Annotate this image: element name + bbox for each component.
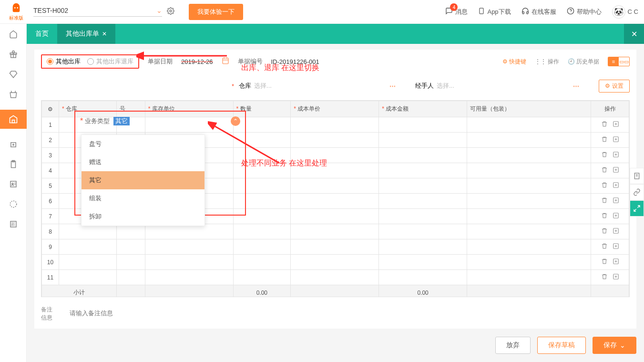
dd-option-0[interactable]: 盘亏 (82, 135, 204, 153)
list-view-icon: ≡ (608, 57, 619, 66)
subtotal-amount: 0.00 (379, 285, 467, 298)
tab-home-label: 首页 (35, 30, 49, 38)
delete-row-icon[interactable] (601, 182, 608, 190)
row-index: 10 (42, 255, 59, 270)
table-row[interactable]: 8 (42, 224, 629, 239)
add-row-icon[interactable] (613, 197, 619, 205)
add-row-icon[interactable] (613, 212, 619, 220)
phone-icon (478, 7, 485, 16)
top-header: 标准版 TEST-H002 ⌄ 我要体验一下 消息 4 App下载 在线客服 帮… (0, 0, 644, 24)
delete-row-icon[interactable] (601, 121, 608, 129)
close-all-tabs[interactable]: ✕ (624, 24, 644, 44)
nav-bag-icon[interactable] (9, 90, 18, 99)
view-toggle[interactable]: ≡ ▭▭ (608, 57, 630, 66)
float-note-icon[interactable] (630, 168, 644, 184)
history-link[interactable]: 🕘 历史单据 (568, 58, 599, 66)
experience-button[interactable]: 我要体验一下 (189, 4, 243, 20)
remarks-input[interactable] (66, 306, 630, 321)
add-row-icon[interactable] (613, 166, 619, 175)
dd-option-1[interactable]: 赠送 (82, 153, 204, 171)
warehouse-label: 仓库 (239, 82, 251, 90)
date-label: 单据日期 (148, 57, 173, 66)
add-row-icon[interactable] (613, 182, 619, 190)
nav-gift-icon[interactable] (9, 50, 18, 59)
radio-out[interactable]: 其他出库 (47, 57, 81, 66)
nav-contact-icon[interactable] (9, 179, 18, 189)
close-icon[interactable]: ✕ (102, 31, 107, 37)
dd-option-4[interactable]: 拆卸 (82, 207, 204, 226)
nav-warehouse-icon[interactable] (0, 110, 27, 129)
add-row-icon[interactable] (613, 121, 619, 129)
warehouse-placeholder: 选择... (254, 82, 272, 90)
store-selector[interactable]: TEST-H002 ⌄ (33, 7, 162, 17)
config-button[interactable]: ⚙ 设置 (599, 80, 630, 93)
nav-home-icon[interactable] (9, 30, 18, 39)
service-link[interactable]: 在线客服 (521, 7, 556, 16)
operate-link[interactable]: ⋮⋮ 操作 (535, 58, 559, 66)
table-row[interactable]: 9 (42, 239, 629, 255)
nav-diamond-icon[interactable] (9, 70, 18, 79)
tab-other-out[interactable]: 其他出库单 ✕ (57, 24, 115, 44)
app-download-link[interactable]: App下载 (478, 7, 511, 16)
warehouse-more-icon[interactable]: ⋯ (389, 83, 396, 90)
delete-row-icon[interactable] (601, 136, 608, 144)
message-link[interactable]: 消息 4 (445, 7, 468, 16)
table-row[interactable]: 10 (42, 255, 629, 270)
delete-row-icon[interactable] (601, 212, 608, 220)
th-no: 号 (116, 101, 145, 117)
discard-button[interactable]: 放弃 (495, 337, 531, 354)
delete-row-icon[interactable] (601, 197, 608, 205)
date-value[interactable]: 2019-12-26 (181, 58, 213, 65)
radio-dot-on-icon (47, 58, 53, 65)
subtotal-qty: 0.00 (233, 285, 291, 298)
docno-value: ID-20191226-001 (271, 58, 319, 65)
delete-row-icon[interactable] (601, 243, 608, 251)
hotkey-link[interactable]: ⚙ 快捷键 (502, 58, 526, 66)
dd-option-2[interactable]: 其它 (82, 171, 204, 189)
handler-more-icon[interactable]: ⋯ (573, 83, 580, 90)
add-row-icon[interactable] (613, 258, 619, 266)
handler-field[interactable]: 经手人 选择... ⋯ (415, 82, 580, 90)
user-menu[interactable]: 🐼 C C (612, 5, 638, 19)
biz-type-select[interactable]: * 业务类型 其它 ⌃ (80, 116, 240, 126)
nav-clipboard-icon[interactable] (9, 159, 18, 169)
avatar: 🐼 (612, 5, 625, 19)
help-link[interactable]: 帮助中心 (567, 7, 602, 16)
float-link-icon[interactable] (630, 184, 644, 200)
svg-point-0 (170, 10, 172, 12)
row-index: 1 (42, 117, 59, 133)
chevron-down-icon: ⌄ (620, 341, 625, 349)
add-row-icon[interactable] (613, 228, 619, 236)
calendar-icon[interactable] (222, 57, 229, 66)
delete-row-icon[interactable] (601, 273, 608, 281)
dd-option-3[interactable]: 组装 (82, 189, 204, 207)
add-row-icon[interactable] (613, 151, 619, 159)
nav-money-icon[interactable] (9, 139, 18, 149)
tab-home[interactable]: 首页 (27, 24, 57, 44)
logo-b (6, 2, 27, 15)
row-index: 11 (42, 270, 59, 285)
nav-new-icon[interactable]: 新 (9, 219, 18, 229)
warehouse-field[interactable]: * 仓库 选择... ⋯ (232, 82, 396, 90)
save-button[interactable]: 保存 ⌄ (593, 337, 636, 354)
nav-circle-icon[interactable] (9, 199, 18, 209)
table-row[interactable]: 11 (42, 270, 629, 285)
main-area: 其他出库 其他出库退库 单据日期 2019-12-26 单据编号 ID-2019… (27, 44, 644, 362)
delete-row-icon[interactable] (601, 166, 608, 175)
radio-out-label: 其他出库 (56, 57, 81, 66)
save-draft-button[interactable]: 保存草稿 (537, 337, 586, 354)
chevron-up-icon[interactable]: ⌃ (231, 116, 240, 126)
delete-row-icon[interactable] (601, 228, 608, 236)
delete-row-icon[interactable] (601, 151, 608, 159)
row-index: 7 (42, 209, 59, 224)
add-row-icon[interactable] (613, 243, 619, 251)
radio-return[interactable]: 其他出库退库 (87, 57, 133, 66)
right-float-tools (630, 168, 644, 217)
gear-icon[interactable] (167, 7, 174, 17)
add-row-icon[interactable] (613, 136, 619, 144)
float-expand-icon[interactable] (630, 200, 644, 217)
add-row-icon[interactable] (613, 273, 619, 281)
row-index: 8 (42, 224, 59, 239)
th-gear[interactable]: ⚙ (42, 101, 59, 117)
delete-row-icon[interactable] (601, 258, 608, 266)
